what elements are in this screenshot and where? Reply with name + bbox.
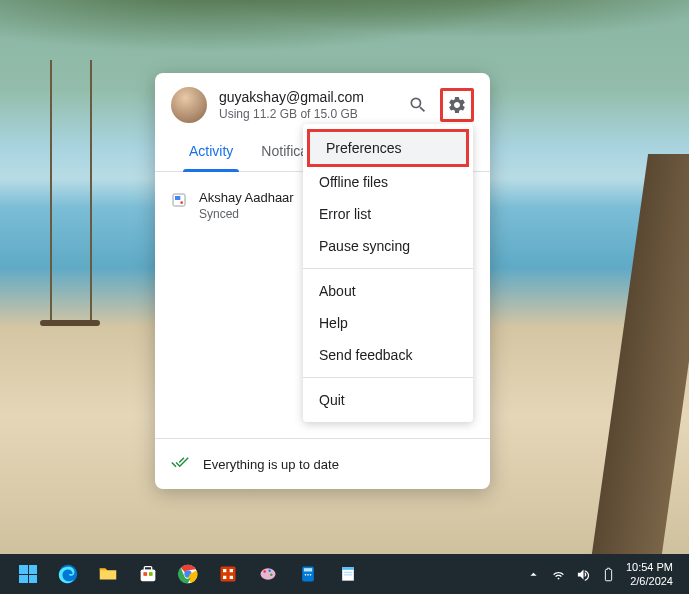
search-button[interactable] [406, 93, 430, 117]
start-button[interactable] [12, 558, 44, 590]
menu-divider [303, 377, 473, 378]
tree-decoration [0, 0, 689, 80]
taskbar: 10:54 PM 2/6/2024 [0, 554, 689, 594]
taskbar-paint[interactable] [252, 558, 284, 590]
highlight-annotation [440, 88, 474, 122]
desktop-background: guyakshay@gmail.com Using 11.2 GB of 15.… [0, 0, 689, 594]
taskbar-store[interactable] [132, 558, 164, 590]
menu-send-feedback[interactable]: Send feedback [303, 339, 473, 371]
svg-rect-7 [149, 572, 153, 576]
highlight-annotation: Preferences [307, 129, 469, 167]
storage-text: Using 11.2 GB of 15.0 GB [219, 107, 394, 121]
notepad-icon [338, 564, 358, 584]
svg-rect-4 [141, 569, 156, 581]
menu-about[interactable]: About [303, 275, 473, 307]
svg-point-19 [310, 574, 312, 576]
svg-rect-1 [175, 196, 180, 200]
svg-point-11 [261, 568, 276, 580]
menu-offline-files[interactable]: Offline files [303, 166, 473, 198]
paint-icon [258, 564, 278, 584]
search-icon [408, 95, 428, 115]
user-email: guyakshay@gmail.com [219, 89, 394, 105]
menu-help[interactable]: Help [303, 307, 473, 339]
swing-decoration [40, 320, 100, 326]
taskbar-chrome[interactable] [172, 558, 204, 590]
svg-point-13 [268, 569, 271, 572]
image-file-icon [171, 192, 187, 208]
file-status: Synced [199, 207, 294, 221]
chrome-icon [177, 563, 199, 585]
folder-icon [97, 563, 119, 585]
svg-rect-10 [221, 567, 236, 582]
wifi-icon[interactable] [551, 567, 566, 582]
taskbar-notepad[interactable] [332, 558, 364, 590]
calculator-icon [298, 564, 318, 584]
store-icon [137, 563, 159, 585]
sync-status-text: Everything is up to date [203, 457, 339, 472]
svg-rect-16 [304, 568, 312, 571]
swing-decoration [50, 60, 52, 320]
svg-point-12 [263, 570, 266, 573]
settings-button[interactable] [445, 93, 469, 117]
menu-preferences[interactable]: Preferences [310, 132, 466, 164]
clock-time: 10:54 PM [626, 560, 673, 574]
svg-point-2 [180, 201, 183, 204]
menu-divider [303, 268, 473, 269]
gear-icon [447, 95, 467, 115]
battery-icon[interactable] [601, 567, 616, 582]
panel-footer: Everything is up to date [155, 438, 490, 489]
taskbar-edge[interactable] [52, 558, 84, 590]
clock-date: 2/6/2024 [626, 574, 673, 588]
snip-icon [218, 564, 238, 584]
avatar[interactable] [171, 87, 207, 123]
settings-dropdown: Preferences Offline files Error list Pau… [303, 124, 473, 422]
edge-icon [57, 563, 79, 585]
menu-quit[interactable]: Quit [303, 384, 473, 416]
swing-decoration [90, 60, 92, 325]
taskbar-calculator[interactable] [292, 558, 324, 590]
check-icon [171, 453, 189, 475]
speaker-icon[interactable] [576, 567, 591, 582]
svg-point-17 [305, 574, 307, 576]
tab-activity[interactable]: Activity [175, 133, 247, 171]
svg-rect-21 [342, 567, 354, 570]
taskbar-snip[interactable] [212, 558, 244, 590]
svg-point-14 [270, 574, 273, 577]
taskbar-explorer[interactable] [92, 558, 124, 590]
svg-rect-5 [144, 567, 151, 571]
svg-point-18 [307, 574, 309, 576]
user-info: guyakshay@gmail.com Using 11.2 GB of 15.… [219, 89, 394, 121]
chevron-up-icon[interactable] [526, 567, 541, 582]
system-tray: 10:54 PM 2/6/2024 [526, 560, 681, 589]
tree-trunk-decoration [592, 154, 689, 554]
svg-rect-6 [143, 572, 147, 576]
windows-icon [19, 565, 37, 583]
file-name: Akshay Aadhaar [199, 190, 294, 205]
clock[interactable]: 10:54 PM 2/6/2024 [626, 560, 673, 589]
menu-pause-syncing[interactable]: Pause syncing [303, 230, 473, 262]
menu-error-list[interactable]: Error list [303, 198, 473, 230]
